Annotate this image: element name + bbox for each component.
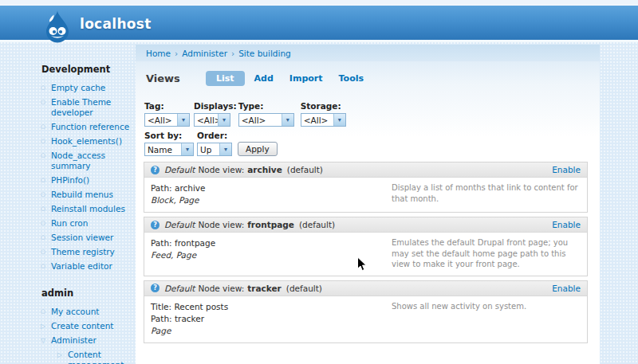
view-row-details: Title: Recent posts Path: tracker Page [151,301,392,337]
sidebar-item-label: Session viewer [51,233,113,243]
views-list: ? Default Node view: archive (default) E… [144,162,588,343]
displays-select[interactable]: <All> ▾ [194,113,230,127]
chevron-down-icon: ▾ [282,114,293,126]
help-icon[interactable]: ? [151,166,160,174]
view-kind: Node view: [198,284,244,293]
sidebar-item-phpinfo[interactable]: ○PHPinfo() [0,175,132,186]
drupal-admin-page: localhost Development ○Empty cache ○Enab… [0,0,638,364]
view-default-flag: Default [164,165,195,174]
tab-import[interactable]: Import [289,73,323,84]
main-content-panel: Home › Administer › Site building Views … [136,45,600,364]
view-name: archive [247,165,282,174]
help-icon[interactable]: ? [151,221,160,229]
view-row-archive: ? Default Node view: archive (default) E… [144,162,588,213]
filters: Tag: <All> ▾ Displays: <All> ▾ [144,101,588,156]
sidebar-item-label: Theme registry [51,247,115,257]
collapsed-arrow-icon: ▷ [41,321,51,331]
view-displays: Feed, Page [151,249,392,261]
sidebar-item-label: My account [51,307,99,317]
tag-select[interactable]: <All> ▾ [144,113,190,127]
enable-link[interactable]: Enable [552,284,581,293]
sidebar-section-development: Development ○Empty cache ○Enable Theme d… [0,64,132,272]
type-label: Type: [238,101,294,111]
sidebar-item-my-account[interactable]: ○My account [0,307,132,317]
sidebar-section-title: Development [0,64,132,75]
view-kind: Node view: [198,165,244,174]
view-row-header: ? Default Node view: archive (default) E… [144,162,587,178]
displays-select-value: <All> [195,115,218,125]
sidebar-item-theme-registry[interactable]: ○Theme registry [0,247,132,257]
tab-list[interactable]: List [206,71,245,86]
circle-bullet-icon: ○ [41,307,51,317]
sidebar-item-reinstall-modules[interactable]: ○Reinstall modules [0,204,132,214]
view-row-details: Path: archive Block, Page [151,182,392,206]
view-qualifier: (default) [299,220,335,229]
tab-tools[interactable]: Tools [339,73,364,84]
sidebar-item-hook-elements[interactable]: ○Hook_elements() [0,136,132,147]
sort-by-select[interactable]: Name ▾ [144,143,194,156]
sidebar-item-run-cron[interactable]: ○Run cron [0,218,132,229]
view-default-flag: Default [164,220,195,229]
sidebar-item-create-content[interactable]: ▷Create content [0,321,132,331]
circle-bullet-icon: ○ [41,151,51,161]
breadcrumb-site-building-link[interactable]: Site building [238,49,291,58]
tag-filter: Tag: <All> ▾ [144,101,190,127]
sidebar-item-label: Empty cache [51,83,105,93]
view-path: Path: frontpage [151,237,392,249]
site-name-link[interactable]: localhost [80,16,152,32]
circle-bullet-icon: ○ [41,204,51,214]
panel-body: Views List Add Import Tools Tag: <All> ▾ [136,61,600,364]
sidebar-item-label: PHPinfo() [51,175,89,186]
sidebar-item-enable-theme-developer[interactable]: ○Enable Theme developer [0,97,132,118]
type-filter: Type: <All> ▾ [238,101,294,127]
sidebar-item-empty-cache[interactable]: ○Empty cache [0,83,132,93]
sidebar-item-session-viewer[interactable]: ○Session viewer [0,233,132,243]
view-row-body: Path: archive Block, Page Display a list… [144,178,587,212]
view-description: Emulates the default Drupal front page; … [392,237,581,270]
chevron-down-icon: ▾ [181,143,193,155]
view-default-flag: Default [164,284,195,293]
breadcrumb-administer-link[interactable]: Administer [182,49,227,58]
help-icon[interactable]: ? [151,284,160,292]
circle-bullet-icon: ○ [41,218,51,229]
sidebar: Development ○Empty cache ○Enable Theme d… [0,45,136,364]
circle-bullet-icon: ○ [41,136,51,147]
tag-label: Tag: [144,101,190,111]
sort-by-filter: Sort by: Name ▾ [144,131,194,156]
sidebar-item-node-access-summary[interactable]: ○Node_access summary [0,151,132,171]
sidebar-item-content-management[interactable]: ▷Content management [0,350,132,364]
circle-bullet-icon: ○ [41,97,51,108]
enable-link[interactable]: Enable [552,165,581,174]
sidebar-item-variable-editor[interactable]: ○Variable editor [0,261,132,272]
view-row-details: Path: frontpage Feed, Page [151,237,392,270]
filters-row-1: Tag: <All> ▾ Displays: <All> ▾ [144,101,588,127]
view-row-body: Title: Recent posts Path: tracker Page S… [144,296,587,342]
circle-bullet-icon: ○ [41,247,51,257]
displays-filter: Displays: <All> ▾ [194,101,237,127]
storage-select[interactable]: <All> ▾ [301,113,346,127]
sidebar-section-admin: admin ○My account ▷Create content ▽Admin… [0,288,132,364]
view-displays: Page [151,325,392,337]
order-select[interactable]: Up ▾ [197,143,232,156]
sidebar-item-label: Create content [51,321,113,331]
apply-button[interactable]: Apply [238,142,278,156]
sort-by-label: Sort by: [144,131,194,140]
view-name: tracker [247,284,282,293]
view-row-header: ? Default Node view: frontpage (default)… [144,217,587,233]
view-displays: Block, Page [151,194,392,206]
circle-bullet-icon: ○ [41,122,51,132]
enable-link[interactable]: Enable [552,220,581,229]
sidebar-item-administer[interactable]: ▽Administer [0,335,132,346]
sidebar-item-function-reference[interactable]: ○Function reference [0,122,132,132]
type-select[interactable]: <All> ▾ [238,113,294,127]
sidebar-item-label: Content management [68,350,132,364]
breadcrumb-home-link[interactable]: Home [146,49,171,58]
sidebar-item-label: Reinstall modules [51,204,125,214]
order-label: Order: [197,131,232,140]
tab-add[interactable]: Add [254,73,274,84]
collapsed-arrow-icon: ▷ [57,350,68,360]
circle-bullet-icon: ○ [41,83,51,93]
sidebar-item-rebuild-menus[interactable]: ○Rebuild menus [0,190,132,200]
circle-bullet-icon: ○ [41,261,51,272]
view-name: frontpage [247,220,294,229]
